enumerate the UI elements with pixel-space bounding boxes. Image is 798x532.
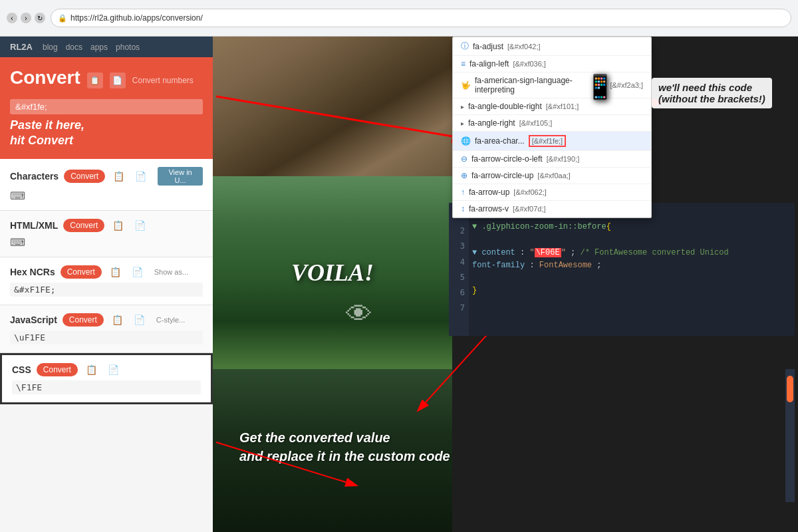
fa-area-name: fa-area-char...	[475, 136, 525, 146]
characters-view-btn[interactable]: View in U...	[158, 167, 203, 186]
dropdown-item-1[interactable]: ≡ fa-align-left [&#xf036;]	[453, 56, 651, 72]
characters-convert-btn[interactable]: Convert	[64, 170, 105, 183]
html-label: HTML/XML	[10, 220, 58, 231]
characters-keyboard-icon: ⌨	[10, 190, 203, 202]
scrollbar-thumb[interactable]	[787, 376, 793, 402]
fa-area-code: [&#xf1fe;]	[529, 135, 566, 147]
js-value: \uF1FE	[10, 331, 203, 344]
copy-main-btn[interactable]: 📋	[87, 72, 103, 88]
address-bar[interactable]: 🔒 https://rl2a.github.io/apps/conversion…	[51, 9, 791, 27]
browser-chrome: ‹ › ↻ 🔒 https://rl2a.github.io/apps/conv…	[0, 0, 798, 37]
characters-file-btn[interactable]: 📄	[132, 170, 149, 183]
fa-arrows-v-name: fa-arrows-v	[469, 204, 509, 213]
html-keyboard-icon: ⌨	[10, 236, 203, 249]
characters-header: Characters Convert 📋 📄 View in U...	[10, 167, 203, 186]
back-btn[interactable]: ‹	[7, 13, 17, 23]
hex-convert-btn[interactable]: Convert	[61, 265, 102, 279]
forest-bg-top	[213, 37, 452, 176]
expand-arrow-4: ▸	[461, 120, 464, 127]
fa-arrow-circle-icon: ⊖	[461, 154, 467, 164]
forward-btn[interactable]: ›	[21, 13, 31, 23]
nav-bar: RL2A blog docs apps photos	[0, 37, 213, 57]
section-characters: Characters Convert 📋 📄 View in U... ⌨	[0, 159, 213, 211]
line-5: 5	[449, 270, 469, 285]
site-logo: RL2A	[10, 42, 33, 52]
file-main-btn[interactable]: 📄	[110, 72, 126, 88]
html-convert-btn[interactable]: Convert	[63, 219, 104, 232]
left-panel: RL2A blog docs apps photos Convert 📋 📄 C…	[0, 37, 213, 532]
js-copy-btn[interactable]: 📋	[109, 313, 126, 327]
code-line-5: font-family : FontAwesome ;	[472, 259, 729, 272]
line-7: 7	[449, 301, 469, 316]
hex-file-btn[interactable]: 📄	[129, 265, 146, 279]
dropdown-item-6[interactable]: ⊖ fa-arrow-circle-o-left [&#xf190;]	[453, 151, 651, 168]
html-file-btn[interactable]: 📄	[132, 219, 148, 232]
code-line-6	[472, 272, 729, 285]
nav-blog[interactable]: blog	[43, 43, 58, 52]
css-header: CSS Convert 📋 📄	[12, 363, 201, 376]
css-value: \F1FE	[12, 380, 201, 394]
fa-adjust-name: fa-adjust	[473, 42, 503, 51]
js-convert-btn[interactable]: Convert	[63, 313, 104, 327]
nav-photos[interactable]: photos	[116, 43, 140, 52]
bottom-annotation: Get the converted value and replace it i…	[239, 428, 450, 466]
fa-angle-right-name: fa-angle-right	[468, 118, 515, 128]
nav-apps[interactable]: apps	[90, 43, 108, 52]
characters-label: Characters	[10, 171, 59, 182]
hex-header: Hex NCRs Convert 📋 📄 Show as...	[10, 265, 203, 279]
dropdown-item-0[interactable]: ⓘ fa-adjust [&#xf042;]	[453, 37, 651, 56]
css-convert-btn[interactable]: Convert	[37, 363, 78, 376]
lock-icon: 🔒	[58, 14, 67, 23]
dropdown-item-7[interactable]: ⊕ fa-arrow-circle-up [&#xf0aa;]	[453, 168, 651, 184]
dropdown-panel: ⓘ fa-adjust [&#xf042;] ≡ fa-align-left […	[452, 37, 652, 218]
css-copy-btn[interactable]: 📋	[83, 363, 100, 376]
dropdown-item-3[interactable]: ▸ fa-angle-double-right [&#xf101;]	[453, 98, 651, 115]
fa-arrow-up-code: [&#xf062;]	[513, 188, 547, 196]
paste-hint: Paste it here, hit Convert	[10, 118, 203, 149]
mobile-phone-icon: 📱	[585, 73, 615, 101]
fa-align-left-icon: ≡	[461, 59, 466, 68]
dropdown-item-5-highlighted[interactable]: 🌐 fa-area-char... [&#xf1fe;]	[453, 132, 651, 151]
top-annotation: we'll need this code (without the bracke…	[652, 78, 772, 108]
dropdown-item-8[interactable]: ↑ fa-arrow-up [&#xf062;]	[453, 184, 651, 201]
refresh-btn[interactable]: ↻	[35, 13, 45, 23]
js-extra: C-style...	[156, 316, 185, 324]
scrollbar[interactable]	[785, 369, 795, 502]
hex-value: &#xF1FE;	[10, 283, 203, 297]
nav-links: blog docs apps photos	[43, 43, 140, 52]
js-label: JavaScript	[10, 315, 57, 325]
line-6: 6	[449, 285, 469, 301]
fa-area-icon: 🌐	[461, 136, 471, 146]
fa-adjust-icon: ⓘ	[461, 41, 469, 52]
main-input-row	[10, 99, 203, 114]
fa-angle-double-right-code: [&#xf101;]	[546, 102, 579, 110]
line-numbers: 1 2 3 4 5 6 7	[449, 203, 469, 336]
main-input[interactable]	[10, 99, 203, 114]
expand-arrow-3: ▸	[461, 103, 464, 110]
section-js: JavaScript Convert 📋 📄 C-style... \uF1FE	[0, 305, 213, 353]
js-file-btn[interactable]: 📄	[131, 313, 148, 327]
characters-copy-btn[interactable]: 📋	[110, 170, 127, 183]
fa-asl-icon: 🤟	[461, 80, 471, 90]
right-overlay: 📱 VOILA! 👁 Get the converted value and r…	[213, 37, 798, 532]
line-3: 3	[449, 239, 469, 254]
section-html: HTML/XML Convert 📋 📄 ⌨	[0, 211, 213, 257]
html-copy-btn[interactable]: 📋	[110, 219, 126, 232]
html-header: HTML/XML Convert 📋 📄	[10, 219, 203, 232]
code-line-4: ▼ content : "\F06E" ; /* FontAwesome con…	[472, 247, 729, 259]
dropdown-item-2[interactable]: 🤟 fa-american-sign-language-interpreting…	[453, 72, 651, 98]
fa-arrow-circle-up-code: [&#xf0aa;]	[537, 172, 571, 180]
nav-docs[interactable]: docs	[66, 43, 82, 52]
dropdown-item-4[interactable]: ▸ fa-angle-right [&#xf105;]	[453, 115, 651, 132]
fa-align-left-code: [&#xf036;]	[513, 60, 546, 68]
fa-arrow-up-icon: ↑	[461, 188, 465, 197]
main-title: Convert	[10, 67, 80, 88]
eye-icon: 👁	[346, 299, 372, 329]
dropdown-item-9[interactable]: ↕ fa-arrows-v [&#xf07d;]	[453, 201, 651, 217]
fa-arrow-circle-code: [&#xf190;]	[547, 155, 580, 163]
fa-arrow-up-name: fa-arrow-up	[469, 188, 509, 197]
hex-copy-btn[interactable]: 📋	[107, 265, 124, 279]
section-hex: Hex NCRs Convert 📋 📄 Show as... &#xF1FE;	[0, 257, 213, 305]
main-convert-section: Convert 📋 📄 Convert numbers Paste it her…	[0, 57, 213, 159]
css-file-btn[interactable]: 📄	[105, 363, 122, 376]
